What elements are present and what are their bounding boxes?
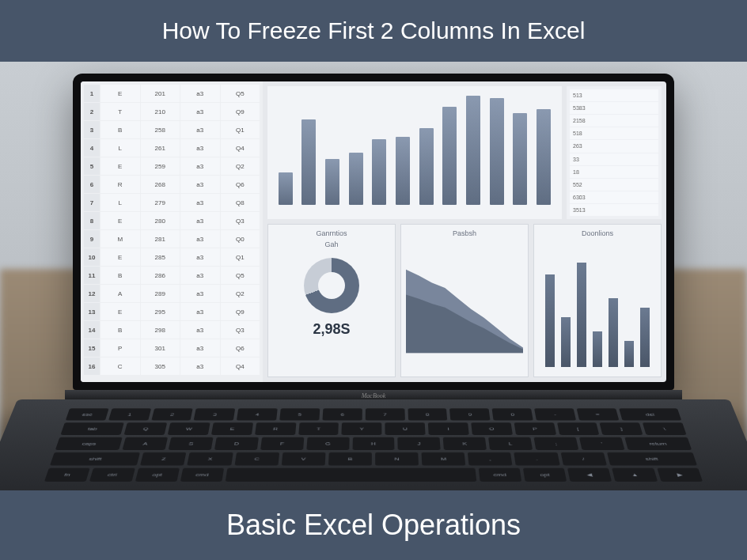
cell: Q9: [221, 103, 260, 120]
key: 7: [366, 408, 405, 420]
cell: 279: [141, 194, 180, 211]
key: L: [488, 437, 533, 450]
cell: 286: [141, 267, 180, 284]
side-data-column: 51353832158518263331855263033513: [567, 86, 662, 219]
cell: M: [100, 230, 140, 248]
row-header: 7: [84, 194, 100, 211]
cell: T: [100, 103, 140, 120]
row-header: 8: [84, 212, 100, 229]
cell: a3: [180, 85, 220, 102]
cell: E: [100, 157, 140, 175]
key: ': [579, 437, 625, 450]
key: 0: [492, 408, 533, 420]
cell: Q6: [221, 176, 260, 193]
cell: Q1: [221, 121, 260, 138]
row-header: 12: [84, 285, 100, 302]
cell: C: [100, 358, 140, 375]
cell: a3: [180, 176, 220, 193]
cell: a3: [180, 285, 220, 302]
key-row: capsASDFGHJKL;'return: [55, 437, 692, 450]
key: U: [385, 422, 426, 435]
key: V: [281, 452, 325, 466]
cell: a3: [180, 339, 220, 357]
key: ▲: [612, 467, 658, 481]
key: [: [557, 422, 600, 435]
cell: a3: [180, 358, 220, 375]
left-card-label: Ganrntios: [316, 229, 347, 237]
row-header: 1: [84, 85, 100, 102]
key: 2: [151, 408, 193, 420]
bar: [396, 137, 410, 205]
key: J: [398, 437, 441, 450]
row-header: 14: [84, 321, 100, 339]
mini-bar: [545, 274, 555, 367]
cell: Q1: [221, 248, 260, 266]
cell: 305: [141, 358, 180, 375]
mini-bar-chart: [539, 240, 656, 372]
side-value: 2158: [570, 115, 658, 127]
side-value: 18: [570, 166, 658, 178]
screen-frame: 1E201a3Q52T210a3Q93B258a3Q14L261a3Q45E25…: [73, 74, 674, 390]
area-chart: [406, 240, 523, 372]
cell: Q5: [221, 267, 260, 284]
cell: Q4: [221, 139, 260, 157]
cell: Q4: [221, 358, 260, 375]
key: E: [211, 422, 253, 435]
side-value: 552: [570, 179, 658, 191]
cell: 285: [141, 248, 180, 266]
cell: L: [100, 194, 140, 211]
cell: 280: [141, 212, 180, 229]
bar: [466, 96, 480, 205]
row-header: 13: [84, 303, 100, 320]
key: R: [255, 422, 296, 435]
mini-bar: [624, 341, 634, 367]
bar: [419, 128, 434, 205]
keyboard: esc1234567890-=deltabQWERTYUIOP[]\capsAS…: [0, 399, 747, 490]
cell: Q3: [221, 321, 260, 339]
cell: Q2: [221, 285, 260, 302]
cell: a3: [180, 267, 220, 284]
cell: Q6: [221, 339, 260, 357]
key: X: [188, 452, 233, 466]
key: O: [471, 422, 513, 435]
cell: 258: [141, 121, 180, 138]
cell: B: [100, 267, 140, 284]
key-row: tabQWERTYUIOP[]\: [60, 422, 686, 435]
donut-value: 2,98S: [313, 321, 350, 338]
key: opt: [523, 467, 567, 481]
key: M: [422, 452, 466, 466]
bottom-charts-row: Ganrntios Gah 2,98S Pasbsh: [263, 224, 666, 382]
screen: 1E201a3Q52T210a3Q93B258a3Q14L261a3Q45E25…: [81, 81, 666, 382]
key: C: [234, 452, 279, 466]
key: return: [624, 437, 692, 450]
cell: Q5: [221, 85, 260, 102]
screen-right: 51353832158518263331855263033513 Ganrnti…: [263, 81, 666, 382]
row-header: 16: [84, 358, 100, 375]
cell: 301: [141, 339, 180, 357]
bar: [349, 153, 363, 205]
row-header: 15: [84, 339, 100, 357]
row-header: 6: [84, 176, 100, 193]
bar: [442, 107, 457, 205]
bar: [325, 159, 339, 205]
key: tab: [60, 422, 124, 435]
key: 8: [408, 408, 448, 420]
row-header: 4: [84, 139, 100, 157]
key: H: [352, 437, 395, 450]
key: 4: [237, 408, 278, 420]
cell: 210: [141, 103, 180, 120]
cell: Q8: [221, 194, 260, 211]
cell: Q2: [221, 157, 260, 175]
key: W: [168, 422, 210, 435]
key: 9: [449, 408, 490, 420]
cell: a3: [180, 157, 220, 175]
svg-marker-1: [406, 294, 523, 353]
row-header: 10: [84, 248, 100, 266]
bottom-banner: Basic Excel Operations: [0, 490, 747, 560]
key: 6: [322, 408, 362, 420]
bar: [513, 113, 527, 205]
cell: 295: [141, 303, 180, 320]
mini-bar-label: Doonlions: [582, 229, 613, 237]
cell: 289: [141, 285, 180, 302]
key: Y: [342, 422, 382, 435]
